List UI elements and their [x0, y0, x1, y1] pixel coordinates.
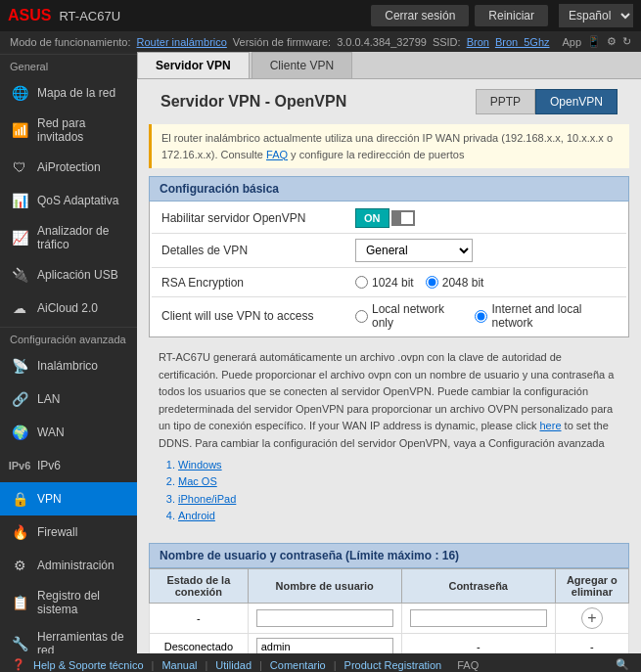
- row1-password: [401, 603, 555, 633]
- local-only-label[interactable]: Local network only: [355, 302, 463, 330]
- app-label: App: [562, 36, 581, 48]
- sidebar-label-vpn: VPN: [37, 492, 62, 506]
- log-icon: 📋: [10, 593, 29, 612]
- rsa-2048-label[interactable]: 2048 bit: [426, 276, 484, 290]
- enable-label: Habilitar servidor OpenVPN: [152, 206, 347, 230]
- os-windows[interactable]: Windows: [178, 457, 619, 474]
- sidebar-item-lan[interactable]: 🔗 LAN: [0, 382, 137, 416]
- manual-link[interactable]: Manual: [161, 659, 197, 671]
- internet-local-radio[interactable]: [475, 310, 487, 323]
- sidebar-item-red-invitados[interactable]: 📶 Red para invitados: [0, 110, 137, 151]
- rsa-1024-radio[interactable]: [355, 276, 368, 289]
- asus-logo: ASUS: [8, 7, 51, 24]
- user-table-header-row: Estado de la conexión Nombre de usuario …: [150, 568, 629, 603]
- row1-usuario-input[interactable]: [256, 609, 393, 627]
- bottom-bar: ❓ Help & Soporte técnico | Manual | Util…: [0, 653, 641, 672]
- tab-cliente-vpn[interactable]: Cliente VPN: [252, 52, 352, 78]
- sidebar-item-mapa-red[interactable]: 🌐 Mapa de la red: [0, 76, 137, 110]
- sidebar-item-aiprotection[interactable]: 🛡 AiProtection: [0, 151, 137, 184]
- warning-box: El router inalámbrico actualmente utiliz…: [149, 124, 629, 168]
- sidebar-item-inalambrico[interactable]: 📡 Inalámbrico: [0, 349, 137, 382]
- firmware-val: 3.0.0.4.384_32799: [337, 36, 427, 48]
- col-usuario: Nombre de usuario: [248, 568, 401, 603]
- qos-icon: 📊: [10, 191, 29, 210]
- firewall-icon: 🔥: [10, 522, 29, 542]
- cerrar-sesion-button[interactable]: Cerrar sesión: [371, 5, 469, 26]
- rsa-1024-text: 1024 bit: [372, 276, 414, 290]
- sidebar-label-registro: Registro del sistema: [37, 589, 127, 616]
- sidebar-item-aicloud[interactable]: ☁ AiCloud 2.0: [0, 291, 137, 325]
- sidebar-item-wan[interactable]: 🌍 WAN: [0, 416, 137, 449]
- sidebar-item-firewall[interactable]: 🔥 Firewall: [0, 515, 137, 549]
- protocol-buttons: PPTP OpenVPN: [464, 81, 629, 118]
- enable-value: ON: [347, 203, 626, 233]
- toggle-on-label[interactable]: ON: [355, 208, 389, 228]
- ssid-val2[interactable]: Bron_5Ghz: [495, 36, 550, 48]
- firmware-label: Versión de firmware:: [233, 36, 331, 48]
- rsa-radio-group: 1024 bit 2048 bit: [355, 276, 618, 290]
- product-reg-link[interactable]: Product Registration: [344, 659, 442, 671]
- row2-estado: Desconectado: [150, 633, 249, 653]
- col-agregar: Agregar o eliminar: [555, 568, 628, 603]
- sidebar-label-red-invitados: Red para invitados: [37, 116, 127, 144]
- os-android[interactable]: Android: [178, 508, 619, 525]
- sidebar-label-usb: Aplicación USB: [37, 268, 118, 282]
- os-iphone[interactable]: iPhone/iPad: [178, 491, 619, 509]
- separator1: |: [152, 659, 155, 671]
- pptp-button[interactable]: PPTP: [476, 89, 535, 114]
- settings-icon[interactable]: ⚙: [607, 35, 617, 48]
- sidebar-item-qos[interactable]: 📊 QoS Adaptativa: [0, 184, 137, 217]
- enable-row: Habilitar servidor OpenVPN ON: [152, 203, 626, 234]
- row2-remove: -: [555, 633, 628, 653]
- ssid-val1[interactable]: Bron: [467, 36, 489, 48]
- local-only-radio[interactable]: [355, 310, 368, 323]
- info-icons: App 📱 ⚙ ↻: [562, 35, 631, 48]
- user-table: Estado de la conexión Nombre de usuario …: [149, 568, 629, 653]
- top-bar: ASUS RT-AC67U Cerrar sesión Reiniciar Es…: [0, 0, 641, 31]
- toggle-slider[interactable]: [391, 210, 415, 226]
- tab-bar: Servidor VPN Cliente VPN: [137, 52, 641, 79]
- language-select[interactable]: Español: [559, 4, 633, 27]
- vpn-details-select[interactable]: General: [355, 239, 473, 262]
- warning-text2: y configure la redirección de puertos: [291, 149, 464, 160]
- sidebar-item-herramientas[interactable]: 🔧 Herramientas de red: [0, 623, 137, 653]
- sidebar-label-herramientas: Herramientas de red: [37, 630, 127, 653]
- search-icon[interactable]: 🔍: [616, 658, 629, 671]
- sidebar-label-lan: LAN: [37, 392, 60, 406]
- rsa-2048-radio[interactable]: [426, 276, 438, 289]
- here-link[interactable]: here: [539, 420, 561, 431]
- row1-add: +: [555, 603, 628, 633]
- sidebar-item-vpn[interactable]: 🔒 VPN: [0, 482, 137, 515]
- sidebar-item-registro[interactable]: 📋 Registro del sistema: [0, 582, 137, 623]
- help-link[interactable]: Help & Soporte técnico: [33, 659, 144, 671]
- row2-usuario-input[interactable]: [256, 638, 393, 653]
- comentario-link[interactable]: Comentario: [270, 659, 326, 671]
- user-table-header: Nombre de usuario y contraseña (Límite m…: [149, 543, 629, 568]
- analyzer-icon: 📈: [10, 228, 29, 247]
- mobile-icon[interactable]: 📱: [587, 35, 601, 48]
- os-macos[interactable]: Mac OS: [178, 473, 619, 491]
- sidebar-item-analizador[interactable]: 📈 Analizador de tráfico: [0, 217, 137, 258]
- separator4: |: [334, 659, 337, 671]
- utilidad-link[interactable]: Utilidad: [215, 659, 252, 671]
- openvpn-button[interactable]: OpenVPN: [535, 89, 618, 114]
- rsa-1024-label[interactable]: 1024 bit: [355, 276, 414, 290]
- refresh-icon[interactable]: ↻: [622, 35, 631, 48]
- sidebar-item-usb[interactable]: 🔌 Aplicación USB: [0, 258, 137, 291]
- reiniciar-button[interactable]: Reiniciar: [475, 5, 548, 26]
- sidebar-label-aiprotection: AiProtection: [37, 160, 101, 174]
- faq-link[interactable]: FAQ: [266, 149, 288, 160]
- content-area: Servidor VPN Cliente VPN Servidor VPN - …: [137, 52, 641, 653]
- tab-servidor-vpn[interactable]: Servidor VPN: [137, 52, 250, 78]
- add-user-button[interactable]: +: [581, 607, 603, 629]
- sidebar-item-admin[interactable]: ⚙ Administración: [0, 549, 137, 582]
- os-list: Windows Mac OS iPhone/iPad Android: [178, 457, 619, 525]
- vpn-details-row: Detalles de VPN General: [152, 234, 626, 268]
- row1-password-input[interactable]: [410, 609, 547, 627]
- general-section-label: General: [0, 54, 137, 76]
- usb-icon: 🔌: [10, 265, 29, 285]
- col-password: Contraseña: [401, 568, 555, 603]
- modo-val[interactable]: Router inalámbrico: [137, 36, 227, 48]
- internet-local-label[interactable]: Internet and local network: [475, 302, 618, 330]
- sidebar-item-ipv6[interactable]: IPv6 IPv6: [0, 449, 137, 482]
